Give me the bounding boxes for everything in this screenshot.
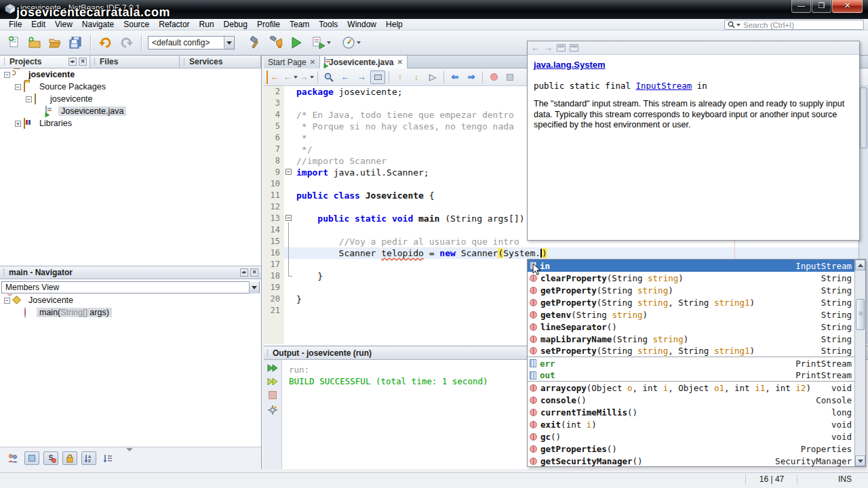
close-button[interactable]: ✕ [832,0,863,13]
menu-navigate[interactable]: Navigate [77,20,119,29]
undo-button[interactable] [97,34,115,52]
stop-run-icon[interactable] [269,391,277,399]
collapse-icon[interactable]: − [26,96,32,102]
next-bookmark-icon[interactable]: ↓ [409,70,424,84]
fold-margin[interactable] [284,270,295,282]
tree-item-libraries[interactable]: +Libraries [0,117,261,129]
menu-edit[interactable]: Edit [26,20,50,29]
show-fields-toggle[interactable] [24,451,39,465]
completion-item[interactable]: mapLibraryName(String string)String [528,333,854,345]
build-project-button[interactable] [247,34,264,52]
config-dropdown-icon[interactable] [224,37,234,49]
completion-item[interactable]: getProperty(String string, String string… [528,296,854,308]
completion-item[interactable]: lineSeparator()String [528,321,854,333]
maximize-button[interactable]: ❐ [812,0,831,13]
tab-close-icon[interactable]: ✕ [310,58,315,66]
fold-margin[interactable]: − [284,213,295,224]
panel-close-icon[interactable]: ✕ [79,58,87,66]
menu-profile[interactable]: Profile [252,20,285,29]
javadoc-class-link[interactable]: java.lang.System [534,60,606,70]
save-all-button[interactable] [66,34,84,52]
search-input[interactable]: Search (Ctrl+I) [724,20,864,30]
javadoc-goto-source-icon[interactable] [570,44,578,52]
new-project-button[interactable] [26,34,43,52]
debug-project-button[interactable] [308,34,335,52]
show-static-members-toggle[interactable]: S [43,451,58,465]
completion-scrollbar[interactable] [854,260,865,466]
scroll-down-icon[interactable] [855,455,865,466]
fold-margin[interactable] [284,224,295,236]
completion-item[interactable]: setProperty(String string, String string… [528,345,854,357]
tree-item-josevicente-java[interactable]: −Josevicente.java [0,105,261,117]
show-non-public-toggle[interactable] [62,451,77,465]
completion-item[interactable]: getSecurityManager()SecurityManager [528,455,854,467]
code-line-16[interactable]: 16 Scanner telopido = new Scanner(System… [264,247,868,259]
open-project-button[interactable] [46,34,64,52]
menu-debug[interactable]: Debug [219,20,252,29]
navigator-close-icon[interactable]: ✕ [250,268,258,277]
config-combobox[interactable]: <default config> [148,36,235,49]
inherited-members-icon[interactable] [5,451,20,465]
navigator-minimize-icon[interactable]: ◂▪ [240,268,248,277]
rerun-with-args-icon[interactable] [267,378,278,386]
tree-item-source-packages[interactable]: −Source Packages [0,81,261,93]
forward-icon[interactable]: → [299,70,314,84]
javadoc-back-icon[interactable]: ← [531,43,540,53]
javadoc-type-link[interactable]: InputStream [636,81,692,91]
panel-minimize-icon[interactable]: ◂▪ [68,58,77,66]
tree-item-josevicente[interactable]: −josevicente [0,93,261,105]
collapse-icon[interactable]: − [4,298,10,304]
run-project-button[interactable] [288,34,305,52]
completion-item[interactable]: console()Console [528,394,854,406]
back-icon[interactable]: ← [283,70,298,84]
completion-item[interactable]: getProperties()Properties [528,443,854,455]
tab-close-icon[interactable]: ✕ [397,58,403,66]
tab-projects[interactable]: Projects◂▪✕ [0,56,90,68]
profile-project-button[interactable] [338,34,365,52]
fold-margin[interactable] [284,247,295,259]
menu-team[interactable]: Team [285,20,314,29]
fold-margin[interactable] [284,259,295,270]
members-view-dropdown-icon[interactable] [249,281,259,293]
debug-dropdown-icon[interactable] [327,41,331,44]
shift-left-icon[interactable]: ⇐ [448,70,462,84]
splitter-collapse-handle[interactable] [126,448,133,451]
menu-file[interactable]: File [4,20,26,29]
run-settings-icon[interactable] [267,405,278,415]
collapse-icon[interactable]: − [15,84,21,90]
navigator-header[interactable]: main - Navigator ◂▪ ✕ [0,266,261,279]
completion-item[interactable]: currentTimeMillis()long [528,406,854,418]
tab-files[interactable]: Files [90,56,180,68]
javadoc-forward-icon[interactable]: → [544,43,553,53]
completion-item[interactable]: outPrintStream [528,369,854,382]
completion-item[interactable]: getProperty(String string)String [528,284,854,296]
stop-macro-icon[interactable] [502,70,517,84]
menu-window[interactable]: Window [342,20,381,29]
navigator-item[interactable]: −main(String[] args) [0,306,261,319]
menu-view[interactable]: View [50,20,77,29]
clean-build-button[interactable] [267,34,285,52]
find-selection-icon[interactable] [321,70,336,84]
redo-button[interactable] [117,34,135,52]
menu-refactor[interactable]: Refactor [154,20,194,29]
rerun-icon[interactable] [267,364,278,372]
new-file-button[interactable] [5,34,23,52]
find-previous-icon[interactable]: ← [338,70,353,84]
javadoc-show-browser-icon[interactable] [557,44,566,52]
completion-item[interactable]: arraycopy(Object o, int i, Object o1, in… [528,382,854,394]
completion-item[interactable]: getenv(String string)String [528,308,854,321]
navigator-item[interactable]: −Josevicente [0,294,261,306]
editor-tab-josevicente-java[interactable]: Josevicente.java✕ [320,56,408,68]
completion-item[interactable]: clearProperty(String string)String [528,272,854,284]
menu-source[interactable]: Source [119,20,154,29]
members-view-combobox[interactable]: Members View [1,281,260,293]
last-edit-icon[interactable]: ← [267,70,281,84]
search-scope-dropdown-icon[interactable] [736,24,741,26]
completion-item[interactable]: gc()void [528,430,854,443]
menu-help[interactable]: Help [381,20,408,29]
expand-icon[interactable]: + [15,121,21,127]
tab-services[interactable]: Services [180,56,261,68]
fold-collapse-icon[interactable]: − [285,169,292,175]
menu-run[interactable]: Run [195,20,219,29]
fold-margin[interactable]: − [284,167,295,178]
